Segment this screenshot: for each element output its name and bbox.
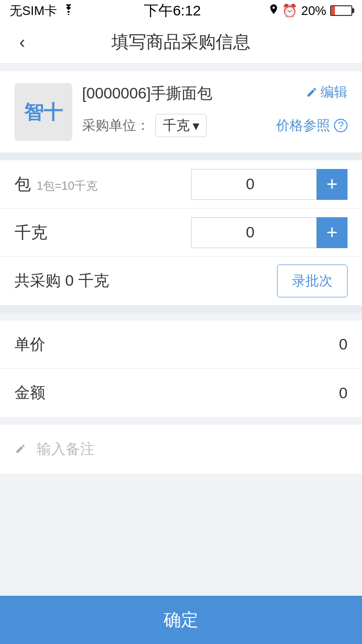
nav-bar: ‹ 填写商品采购信息 [0,21,362,64]
bag-sub-label: 1包=10千克 [37,178,97,194]
dropdown-arrow: ▾ [193,118,199,134]
kg-label-group: 千克 [14,222,101,244]
svg-point-0 [68,14,70,15]
product-image: 智十 [14,83,72,141]
unit-price-label: 单价 [14,334,45,355]
product-header: [0000006]手撕面包 编辑 [82,83,348,104]
kg-input[interactable] [191,217,317,248]
notes-placeholder: 输入备注 [37,439,95,459]
wifi-icon [62,3,75,18]
back-button[interactable]: ‹ [14,28,30,57]
carrier-label: 无SIM卡 [10,2,57,19]
bag-label: 包 [14,173,31,196]
price-reference-button[interactable]: 价格参照 ? [276,116,348,135]
battery-icon [330,5,352,16]
bag-input-row: 包 1包=10千克 + [0,160,362,209]
kg-label: 千克 [14,222,47,244]
location-icon [269,3,278,18]
amount-value: 0 [339,384,348,402]
total-row: 共采购 0 千克 录批次 [0,257,362,305]
product-logo: 智十 [24,99,63,126]
record-batch-button[interactable]: 录批次 [277,265,348,297]
kg-input-row: 千克 + [0,209,362,257]
product-card: 智十 [0000006]手撕面包 编辑 采购单位： 千克 ▾ 价格参照 ? [0,71,362,153]
bag-plus-button[interactable]: + [317,169,348,200]
product-name: [0000006]手撕面包 [82,83,212,104]
bag-input[interactable] [191,169,317,200]
amount-label: 金额 [14,382,45,404]
status-bar: 无SIM卡 下午6:12 ⏰ 20% [0,0,362,21]
edit-button[interactable]: 编辑 [306,83,348,101]
unit-selector: 采购单位： 千克 ▾ [82,114,207,137]
kg-field-group: + [101,217,348,248]
alarm-icon: ⏰ [282,3,297,18]
price-ref-label: 价格参照 [276,116,330,135]
bag-label-group: 包 1包=10千克 [14,173,101,196]
product-unit-row: 采购单位： 千克 ▾ 价格参照 ? [82,114,348,137]
notes-section[interactable]: 输入备注 [0,425,362,474]
battery-percent: 20% [301,3,326,18]
kg-plus-button[interactable]: + [317,217,348,248]
unit-value: 千克 [163,116,190,135]
bag-field-group: + [101,169,348,200]
pencil-icon [14,440,29,458]
confirm-button[interactable]: 确定 [0,596,362,644]
status-time: 下午6:12 [144,1,201,21]
info-icon: ? [334,119,348,132]
edit-label: 编辑 [320,83,348,101]
unit-prefix: 采购单位： [82,116,150,135]
product-info: [0000006]手撕面包 编辑 采购单位： 千克 ▾ 价格参照 ? [82,83,348,137]
amount-row: 金额 0 [0,369,362,417]
page-title: 填写商品采购信息 [111,30,251,54]
status-right: ⏰ 20% [269,3,352,18]
input-section: 包 1包=10千克 + 千克 + [0,160,362,257]
divider-1 [0,153,362,160]
unit-dropdown[interactable]: 千克 ▾ [155,114,207,137]
unit-price-value: 0 [339,336,348,353]
status-left: 无SIM卡 [10,2,75,19]
unit-price-row: 单价 0 [0,321,362,369]
total-text: 共采购 0 千克 [14,270,109,292]
divider-2 [0,305,362,313]
price-section: 单价 0 金额 0 [0,321,362,417]
